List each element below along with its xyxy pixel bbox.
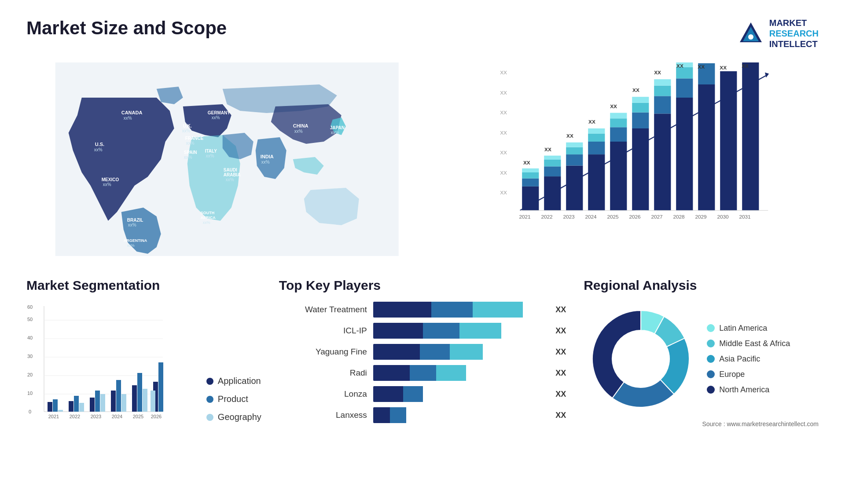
bar-2025-seg1 — [610, 142, 627, 210]
svg-text:2029: 2029 — [695, 214, 707, 220]
seg-bar — [100, 394, 105, 412]
bar-segment-mid — [403, 386, 423, 402]
player-xx-label: XX — [555, 326, 566, 336]
reg-legend-item: North America — [707, 385, 790, 394]
map-label-uk: U.K. — [183, 124, 192, 128]
player-bar — [373, 365, 545, 381]
svg-text:XX: XX — [654, 69, 661, 76]
map-label-us: U.S. — [95, 142, 104, 147]
reg-legend-dot — [707, 386, 715, 394]
svg-text:XX: XX — [742, 63, 749, 69]
bar-segment-dark — [373, 386, 403, 402]
page-container: Market Size and Scope MARKET RESEARCH IN… — [0, 0, 845, 504]
bar-2023-seg2 — [566, 154, 583, 165]
logo-icon — [738, 20, 764, 47]
svg-text:XX: XX — [500, 130, 507, 136]
legend-label-application: Application — [218, 376, 261, 386]
bar-2025-seg4 — [610, 113, 627, 119]
regional-inner: Latin AmericaMiddle East & AfricaAsia Pa… — [584, 302, 819, 416]
bar-segment-mid — [390, 407, 407, 423]
bar-2026-seg1 — [632, 128, 649, 210]
reg-legend-item: Asia Pacific — [707, 354, 790, 364]
svg-text:ARABIA: ARABIA — [224, 172, 241, 177]
svg-text:2023: 2023 — [91, 414, 101, 419]
bar-2024-seg4 — [588, 128, 605, 134]
svg-text:2022: 2022 — [541, 214, 553, 220]
svg-text:XX: XX — [698, 64, 705, 70]
bar-2028-seg1 — [676, 98, 693, 210]
donut-svg — [584, 302, 698, 416]
player-name: Water Treatment — [279, 305, 367, 314]
svg-text:2021: 2021 — [519, 214, 531, 220]
bar-2030-seg1 — [720, 71, 737, 210]
svg-text:2031: 2031 — [739, 214, 751, 220]
player-bar — [373, 386, 545, 402]
seg-bar — [137, 373, 142, 412]
bar-2022-seg3 — [544, 160, 561, 166]
reg-legend-dot — [707, 340, 715, 347]
player-bar — [373, 407, 545, 423]
bar-segment-dark — [373, 344, 420, 360]
map-label-southafrica: SOUTH — [201, 211, 215, 215]
map-value-brazil: xx% — [128, 223, 136, 227]
reg-legend-dot — [707, 370, 715, 378]
svg-text:60: 60 — [27, 304, 33, 310]
reg-legend-item: Middle East & Africa — [707, 339, 790, 348]
svg-text:2024: 2024 — [112, 414, 122, 419]
player-name: Radi — [279, 368, 367, 378]
map-label-saudi: SAUDI — [224, 168, 237, 172]
svg-text:2022: 2022 — [70, 414, 80, 419]
svg-text:2026: 2026 — [629, 214, 641, 220]
legend-label-geography: Geography — [218, 412, 261, 422]
bar-2021-seg2 — [522, 179, 539, 186]
svg-text:2027: 2027 — [651, 214, 663, 220]
player-row: Water TreatmentXX — [279, 302, 566, 318]
bar-2024-seg2 — [588, 142, 605, 154]
bar-chart-svg: XX XX XX XX XX XX XX XX — [454, 62, 819, 238]
bar-segment-dark — [373, 302, 431, 318]
player-name: Lanxess — [279, 410, 367, 420]
svg-text:20: 20 — [27, 372, 33, 377]
svg-text:XX: XX — [610, 103, 617, 110]
player-xx-label: XX — [555, 369, 566, 378]
svg-text:XX: XX — [500, 190, 507, 196]
world-map-svg: CANADA xx% U.S. xx% MEXICO xx% BRAZIL xx… — [26, 62, 427, 256]
map-value-germany: xx% — [212, 115, 220, 120]
player-name: Yaguang Fine — [279, 347, 367, 357]
bar-2024-seg1 — [588, 154, 605, 210]
bar-segment-mid — [423, 323, 459, 339]
svg-text:XX: XX — [633, 87, 640, 93]
map-value-italy: xx% — [206, 153, 214, 158]
bar-segment-dark — [373, 407, 390, 423]
map-label-mexico: MEXICO — [102, 177, 119, 182]
map-label-argentina: ARGENTINA — [124, 238, 147, 243]
map-value-japan: xx% — [331, 130, 339, 135]
player-row: LonzaXX — [279, 386, 566, 402]
svg-text:10: 10 — [27, 391, 33, 396]
reg-legend-label: Latin America — [719, 324, 767, 333]
bar-segment-light — [459, 323, 501, 339]
bar-2025-seg3 — [610, 118, 627, 127]
donut-slice — [592, 310, 641, 398]
player-bar-wrap — [373, 365, 545, 381]
player-bar-wrap — [373, 344, 545, 360]
donut-chart — [584, 302, 698, 416]
svg-text:XX: XX — [500, 170, 507, 176]
bar-2021-seg1 — [522, 186, 539, 211]
bar-2027-seg4 — [654, 79, 671, 86]
bar-2029-seg1 — [698, 84, 715, 210]
bar-2027-seg3 — [654, 86, 671, 96]
player-bar-wrap — [373, 386, 545, 402]
seg-bar — [48, 402, 52, 412]
reg-legend-item: Europe — [707, 370, 790, 379]
svg-text:0: 0 — [29, 409, 31, 414]
top-section: CANADA xx% U.S. xx% MEXICO xx% BRAZIL xx… — [26, 62, 819, 256]
svg-marker-14 — [765, 73, 769, 78]
player-bar — [373, 302, 545, 318]
bar-2027-seg1 — [654, 113, 671, 210]
map-label-brazil: BRAZIL — [127, 218, 143, 223]
svg-text:2028: 2028 — [673, 214, 685, 220]
player-xx-label: XX — [555, 390, 566, 399]
svg-text:XX: XX — [589, 119, 596, 125]
logo-market: MARKET — [769, 18, 819, 28]
